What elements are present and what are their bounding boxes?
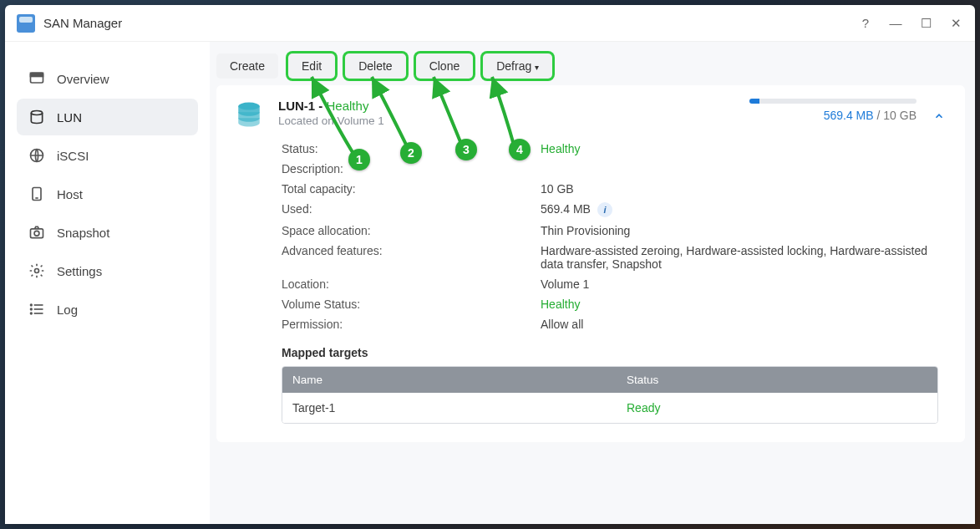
advanced-label: Advanced features: xyxy=(282,244,541,271)
window-title: SAN Manager xyxy=(43,16,850,30)
list-icon xyxy=(28,301,45,318)
annotation-bubble-3: 3 xyxy=(455,139,477,160)
maximize-icon[interactable]: ☐ xyxy=(918,16,933,31)
app-icon xyxy=(17,14,35,33)
status-value: Healthy xyxy=(541,142,938,155)
sidebar-item-label: Overview xyxy=(57,72,109,86)
sidebar-item-settings[interactable]: Settings xyxy=(17,252,198,289)
target-status: Ready xyxy=(617,393,937,423)
sidebar-item-label: iSCSI xyxy=(57,149,89,163)
sidebar-item-log[interactable]: Log xyxy=(17,291,198,328)
usage-text: 569.4 MB / 10 GB xyxy=(824,109,917,122)
location-value: Volume 1 xyxy=(541,277,938,291)
lun-details: Status:Healthy Description: Total capaci… xyxy=(216,134,965,442)
gear-icon xyxy=(28,262,45,279)
usage-progress-fill xyxy=(749,99,759,104)
sidebar-item-host[interactable]: Host xyxy=(17,175,198,212)
space-alloc-value: Thin Provisioning xyxy=(541,224,938,237)
permission-label: Permission: xyxy=(282,318,541,331)
sidebar-item-label: LUN xyxy=(57,110,82,125)
sidebar: Overview LUN iSCSI Host xyxy=(5,42,210,524)
svg-point-12 xyxy=(31,304,33,306)
annotation-arrow-4 xyxy=(485,69,536,152)
total-capacity-value: 10 GB xyxy=(541,182,938,196)
sidebar-item-label: Log xyxy=(57,303,78,317)
used-size: 569.4 MB xyxy=(824,109,874,122)
titlebar: SAN Manager ? — ☐ ✕ xyxy=(5,5,975,42)
camera-icon xyxy=(28,224,45,241)
total-capacity-label: Total capacity: xyxy=(282,182,541,196)
sidebar-item-snapshot[interactable]: Snapshot xyxy=(17,214,198,251)
space-alloc-label: Space allocation: xyxy=(282,224,541,237)
minimize-icon[interactable]: — xyxy=(888,16,903,30)
usage-progress-bar xyxy=(749,99,917,104)
svg-point-14 xyxy=(31,313,33,314)
mapped-targets-title: Mapped targets xyxy=(282,346,938,359)
svg-point-7 xyxy=(34,231,39,236)
globe-icon xyxy=(28,147,45,164)
app-window: SAN Manager ? — ☐ ✕ Overview LUN xyxy=(5,5,975,524)
table-row[interactable]: Target-1 Ready xyxy=(282,393,937,423)
table-header: Name Status xyxy=(282,367,937,393)
sidebar-item-overview[interactable]: Overview xyxy=(17,60,198,97)
annotation-arrow-3 xyxy=(425,69,484,152)
target-name: Target-1 xyxy=(282,393,617,423)
chevron-down-icon: ▾ xyxy=(535,63,539,72)
annotation-bubble-1: 1 xyxy=(348,149,370,170)
annotation-bubble-4: 4 xyxy=(509,139,531,160)
location-label: Location: xyxy=(282,277,541,291)
create-button[interactable]: Create xyxy=(216,53,278,79)
database-icon xyxy=(235,100,263,129)
sidebar-item-label: Host xyxy=(57,187,83,201)
collapse-chevron-icon[interactable] xyxy=(932,105,947,130)
info-icon[interactable]: i xyxy=(597,202,612,217)
annotation-arrow-2 xyxy=(362,69,429,152)
col-status: Status xyxy=(617,367,937,393)
close-icon[interactable]: ✕ xyxy=(948,16,963,31)
annotation-bubble-2: 2 xyxy=(400,142,422,164)
mapped-targets-table: Name Status Target-1 Ready xyxy=(282,366,938,424)
svg-rect-6 xyxy=(31,229,43,238)
annotation-arrow-1 xyxy=(297,69,372,160)
host-icon xyxy=(28,186,45,202)
svg-rect-1 xyxy=(31,73,43,76)
used-value: 569.4 MBi xyxy=(541,202,938,217)
window-controls: ? — ☐ ✕ xyxy=(858,16,963,31)
svg-point-8 xyxy=(35,269,39,273)
sidebar-item-lun[interactable]: LUN xyxy=(17,99,198,135)
volume-status-label: Volume Status: xyxy=(282,298,541,311)
sidebar-item-iscsi[interactable]: iSCSI xyxy=(17,137,198,174)
help-icon[interactable]: ? xyxy=(858,16,873,30)
description-value xyxy=(541,162,938,175)
svg-point-2 xyxy=(31,111,42,115)
description-label: Description: xyxy=(282,162,541,175)
lun-icon xyxy=(28,109,45,125)
dashboard-icon xyxy=(28,70,45,87)
volume-status-value: Healthy xyxy=(541,298,938,311)
svg-point-13 xyxy=(31,308,33,310)
permission-value: Allow all xyxy=(541,318,938,331)
used-label: Used: xyxy=(282,202,541,217)
advanced-value: Hardware-assisted zeroing, Hardware-assi… xyxy=(541,244,938,271)
total-size: 10 GB xyxy=(883,109,917,122)
col-name: Name xyxy=(282,367,617,393)
sidebar-item-label: Snapshot xyxy=(57,226,109,240)
content-area: Create Edit Delete Clone Defrag▾ LUN-1 -… xyxy=(210,42,975,524)
sidebar-item-label: Settings xyxy=(57,264,102,278)
